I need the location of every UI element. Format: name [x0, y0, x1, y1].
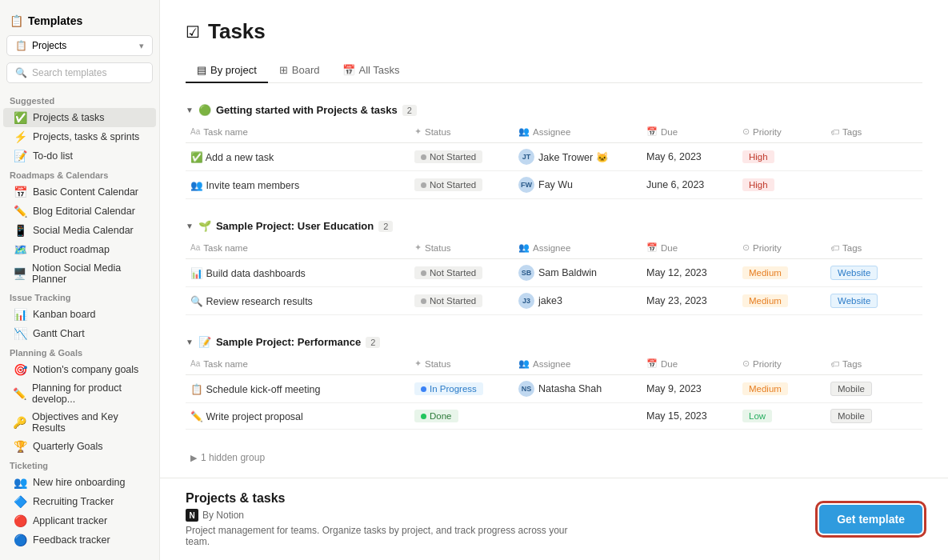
table-row[interactable]: 📊 Build data dashboards Not Started SB S…: [186, 259, 922, 287]
item-label: New hire onboarding: [33, 477, 125, 488]
projects-dropdown[interactable]: 📋 Projects ▾: [6, 35, 153, 56]
sidebar-item-company-goals[interactable]: 🎯 Notion's company goals: [3, 360, 156, 379]
col-task-name: Aa Task name: [186, 240, 410, 255]
sidebar-item-notion-social-media-planner[interactable]: 🖥️ Notion Social Media Planner: [3, 259, 156, 288]
task-name-cell: 👥 Invite team members: [186, 174, 410, 197]
status-badge: Not Started: [414, 266, 482, 279]
task-name-cell: ✅ Add a new task: [186, 146, 410, 169]
sidebar-item-blog-editorial-calendar[interactable]: ✏️ Blog Editorial Calendar: [3, 202, 156, 221]
item-icon: ⚡: [13, 130, 27, 143]
col-due: 📅 Due: [642, 240, 738, 255]
assignee-cell: J3 jake3: [514, 287, 642, 314]
item-label: Quarterly Goals: [33, 441, 103, 452]
status-badge: Done: [414, 410, 458, 422]
project-name: Getting started with Projects & tasks: [216, 104, 398, 116]
item-label: To-do list: [33, 150, 73, 162]
due-cell: May 15, 2023: [642, 405, 738, 427]
item-label: Projects, tasks & sprints: [33, 131, 139, 142]
sidebar-item-planning-product[interactable]: ✏️ Planning for product develop...: [3, 379, 156, 408]
assignee-cell: SB Sam Baldwin: [514, 259, 642, 286]
tags-cell: Mobile: [826, 376, 922, 402]
sidebar-item-projects-tasks-sprints[interactable]: ⚡ Projects, tasks & sprints: [3, 127, 156, 146]
project-count: 2: [378, 221, 393, 232]
sidebar-item-quarterly-goals[interactable]: 🏆 Quarterly Goals: [3, 437, 156, 456]
chevron-icon: ▼: [186, 338, 194, 346]
project-header-getting-started[interactable]: ▼ 🟢 Getting started with Projects & task…: [186, 99, 922, 121]
chevron-icon: ▼: [186, 222, 194, 230]
footer-description: Project management for teams. Organize t…: [186, 525, 586, 547]
item-label: Blog Editorial Calendar: [33, 206, 135, 217]
sidebar-item-kanban-board[interactable]: 📊 Kanban board: [3, 305, 156, 324]
col-status: ✦ Status: [410, 356, 514, 371]
item-label: Notion's company goals: [33, 364, 138, 375]
due-cell: May 12, 2023: [642, 262, 738, 284]
item-icon: ✏️: [13, 387, 26, 400]
sidebar-item-basic-content-calendar[interactable]: 📅 Basic Content Calendar: [3, 182, 156, 202]
col-task-name: Aa Task name: [186, 356, 410, 371]
tab-board-label: Board: [292, 64, 320, 76]
project-icon: 🟢: [198, 104, 211, 116]
sidebar-item-gantt-chart[interactable]: 📉 Gantt Chart: [3, 324, 156, 343]
sidebar-item-okr[interactable]: 🔑 Objectives and Key Results: [3, 408, 156, 437]
task-name: 📊 Build data dashboards: [190, 267, 306, 279]
hidden-group[interactable]: ▶ 1 hidden group: [186, 446, 922, 470]
tabs-row: ▤ By project ⊞ Board 📅 All Tasks: [186, 58, 922, 83]
priority-badge: High: [742, 178, 774, 191]
page-title-row: ☑ Tasks: [186, 19, 922, 44]
sidebar-item-to-do-list[interactable]: 📝 To-do list: [3, 146, 156, 166]
priority-cell: Medium: [738, 289, 826, 313]
sidebar-item-projects-tasks[interactable]: ✅ Projects & tasks: [3, 108, 156, 127]
status-dot: [421, 154, 426, 160]
item-label: Basic Content Calendar: [33, 186, 138, 198]
search-box[interactable]: 🔍 Search templates: [6, 62, 153, 83]
tab-board[interactable]: ⊞ Board: [268, 58, 331, 83]
sidebar-item-applicant-tracker[interactable]: 🔴 Applicant tracker: [3, 511, 156, 530]
sidebar-item-recruiting-tracker[interactable]: 🔷 Recruiting Tracker: [3, 492, 156, 511]
table-row[interactable]: 📋 Schedule kick-off meeting In Progress …: [186, 375, 922, 403]
assignee-name: Jake Trower 🐱: [538, 151, 609, 163]
table-row[interactable]: ✅ Add a new task Not Started JT Jake Tro…: [186, 143, 922, 171]
assignee-name: Fay Wu: [538, 179, 573, 190]
due-cell: May 23, 2023: [642, 290, 738, 312]
tags-cell: Website: [826, 288, 922, 314]
project-count: 2: [366, 337, 380, 348]
chevron-down-icon: ▾: [139, 41, 144, 51]
status-badge: Not Started: [414, 294, 482, 307]
col-tags: 🏷 Tags: [826, 356, 922, 371]
tags-cell: Mobile: [826, 403, 922, 429]
priority-cell: High: [738, 173, 826, 197]
sidebar-item-social-media-calendar[interactable]: 📱 Social Media Calendar: [3, 221, 156, 240]
tab-all-tasks[interactable]: 📅 All Tasks: [331, 58, 411, 83]
table-header-1: Aa Task name ✦ Status 👥 Assignee 📅 Due ⊙…: [186, 237, 922, 259]
tab-by-project[interactable]: ▤ By project: [186, 58, 268, 83]
col-tags: 🏷 Tags: [826, 124, 922, 139]
priority-badge: Medium: [742, 266, 788, 279]
main-content: ☑ Tasks ▤ By project ⊞ Board 📅 All Tasks…: [160, 0, 948, 478]
table-row[interactable]: 🔍 Review research results Not Started J3…: [186, 287, 922, 315]
tab-by-project-label: By project: [210, 64, 257, 76]
table-row[interactable]: 👥 Invite team members Not Started FW Fay…: [186, 171, 922, 199]
sidebar-item-new-hire-onboarding[interactable]: 👥 New hire onboarding: [3, 473, 156, 492]
search-icon: 🔍: [15, 67, 27, 78]
assignee-name: jake3: [538, 295, 562, 306]
tag-badge: Mobile: [830, 409, 872, 423]
avatar: JT: [518, 149, 534, 165]
assignee-cell: FW Fay Wu: [514, 171, 642, 198]
hidden-group-label: 1 hidden group: [201, 452, 265, 463]
get-template-button[interactable]: Get template: [819, 505, 922, 534]
priority-cell: Low: [738, 404, 826, 428]
table-header-0: Aa Task name ✦ Status 👥 Assignee 📅 Due ⊙…: [186, 121, 922, 143]
project-getting-started: ▼ 🟢 Getting started with Projects & task…: [186, 99, 922, 199]
project-icon: 🌱: [198, 220, 211, 232]
project-header-performance[interactable]: ▼ 📝 Sample Project: Performance 2: [186, 331, 922, 353]
sidebar-item-product-roadmap[interactable]: 🗺️ Product roadmap: [3, 240, 156, 259]
table-row[interactable]: ✏️ Write project proposal Done May 15, 2…: [186, 403, 922, 430]
status-cell: In Progress: [410, 377, 514, 401]
due-cell: June 6, 2023: [642, 174, 738, 196]
dropdown-label: Projects: [32, 40, 66, 51]
status-badge: Not Started: [414, 178, 482, 191]
project-header-user-education[interactable]: ▼ 🌱 Sample Project: User Education 2: [186, 215, 922, 237]
status-cell: Not Started: [410, 173, 514, 197]
assignee-name: Sam Baldwin: [538, 267, 597, 278]
sidebar-item-feedback-tracker[interactable]: 🔵 Feedback tracker: [3, 530, 156, 550]
